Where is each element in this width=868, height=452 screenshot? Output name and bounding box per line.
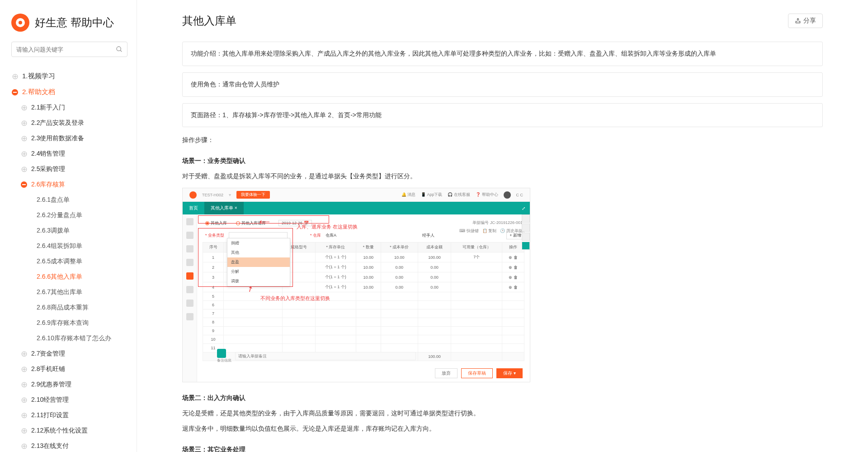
- red-annotation-text: 不同业务的入库类型在这里切换: [260, 295, 330, 302]
- share-button[interactable]: 分享: [788, 14, 823, 28]
- nav-label: 2.13在线支付: [31, 442, 69, 450]
- nav-label: 2.6.2分量盘点单: [37, 211, 82, 219]
- nav-label: 2.8手机旺铺: [31, 365, 65, 373]
- red-annotation-text: 入库、退库业务 在这里切换: [297, 224, 358, 230]
- nav-2-7[interactable]: ⊕2.7资金管理: [11, 346, 127, 362]
- ss-save-button: 保存 ▾: [496, 368, 523, 378]
- ss-dropdown: 捐赠 其他 盘盈 分解 调拨: [227, 238, 290, 286]
- nav-2-5[interactable]: ⊕2.5采购管理: [11, 162, 127, 177]
- ss-topbar: TEST-H002 ▾ 我要体验一下 🔔 消息 📱 App下载 🎧 在线客服 ❓…: [183, 188, 530, 202]
- ss-app: 📱 App下载: [421, 192, 442, 198]
- ss-tab-home: 首页: [183, 202, 204, 214]
- nav-2-3[interactable]: ⊕2.3使用前数据准备: [11, 131, 127, 146]
- search-icon: [116, 46, 123, 53]
- nav-2-10[interactable]: ⊕2.10经营管理: [11, 392, 127, 408]
- minus-icon: [20, 181, 28, 188]
- nav-label: 2.6.3调拨单: [37, 227, 70, 235]
- nav-2-6-6[interactable]: 2.6.6其他入库单: [11, 269, 127, 285]
- nav-video[interactable]: ⊕1.视频学习: [11, 68, 127, 84]
- ss-rightbar: [522, 214, 530, 251]
- ss-expand-icon: ⤢: [522, 206, 530, 211]
- nav-label: 2.6库存核算: [31, 181, 65, 189]
- plus-icon: ⊕: [20, 442, 28, 450]
- role-text: 通常由仓管人员维护: [222, 81, 279, 88]
- plus-icon: ⊕: [20, 366, 28, 373]
- nav-label: 2.10经营管理: [31, 396, 69, 404]
- ss-chevron-icon: ▾: [229, 192, 231, 197]
- ss-logo-icon: [189, 191, 197, 199]
- th-qty: * 数量: [356, 243, 381, 252]
- logo-icon: [11, 14, 29, 32]
- ss-draft-button: 保存草稿: [461, 368, 493, 378]
- nav-2-6-7[interactable]: 2.6.7其他出库单: [11, 285, 127, 300]
- nav-2-6-2[interactable]: 2.6.2分量盘点单: [11, 208, 127, 223]
- ss-toolbar: ⌨ 快捷键 📋 复制 🕒 历史单据: [459, 228, 523, 234]
- nav-2-13[interactable]: ⊕2.13在线支付: [11, 438, 127, 452]
- nav-2-2[interactable]: ⊕2.2产品安装及登录: [11, 115, 127, 131]
- search-input[interactable]: [11, 42, 127, 57]
- nav-label: 2.6.5成本调整单: [37, 257, 82, 266]
- nav-label: 2.11打印设置: [31, 411, 69, 419]
- nav-label: 2.1新手入门: [31, 104, 65, 112]
- nav-2-6-9[interactable]: 2.6.9库存账本查询: [11, 315, 127, 331]
- plus-icon: ⊕: [20, 135, 28, 142]
- nav-help-docs[interactable]: 2.帮助文档: [11, 84, 127, 100]
- ss-handler-label: 经手人: [422, 233, 434, 238]
- nav-2-4[interactable]: ⊕2.4销售管理: [11, 146, 127, 162]
- nav-label: 2.6.1盘点单: [37, 196, 70, 204]
- path-text: 1、库存核算->库存管理->其他入库单 2、首页->常用功能: [222, 111, 382, 119]
- nav-2-1[interactable]: ⊕2.1新手入门: [11, 100, 127, 115]
- nav-2-11[interactable]: ⊕2.11打印设置: [11, 408, 127, 423]
- nav-2-6[interactable]: 2.6库存核算: [11, 177, 127, 192]
- main-content: 其他入库单 分享 功能介绍：其他入库单用来处理除采购入库、产成品入库之外的其他入…: [137, 0, 868, 452]
- ss-note-label: 备注信息: [217, 358, 231, 363]
- th-op: 操作: [502, 243, 524, 252]
- plus-icon: ⊕: [20, 166, 28, 173]
- path-box: 页面路径：1、库存核算->库存管理->其他入库单 2、首页->常用功能: [182, 103, 823, 128]
- nav-label: 2.6.9库存账本查询: [37, 319, 89, 327]
- ss-discard-button: 放弃: [435, 368, 458, 378]
- ss-wh-label: * 仓库: [310, 233, 321, 238]
- ss-side-icon: [186, 232, 193, 239]
- ss-wh-val: 仓库A: [326, 233, 336, 238]
- ss-copy: 📋 复制: [482, 228, 497, 234]
- page-title: 其他入库单: [182, 14, 236, 28]
- scene2-title: 场景二：出入方向确认: [182, 391, 823, 404]
- nav-label: 2.6.8商品成本重算: [37, 304, 89, 312]
- nav-2-6-8[interactable]: 2.6.8商品成本重算: [11, 300, 127, 315]
- th-unit: * 库存单位: [316, 243, 356, 252]
- ss-rb-icon: [522, 224, 530, 232]
- nav-2-6-3[interactable]: 2.6.3调拨单: [11, 223, 127, 238]
- ss-trial-button: 我要体验一下: [236, 191, 270, 199]
- scene3-title: 场景三：其它业务处理: [182, 443, 823, 452]
- nav-label: 2.6.6其他入库单: [37, 273, 82, 281]
- nav-2-6-10[interactable]: 2.6.10库存账本错了怎么办: [11, 331, 127, 346]
- nav-2-12[interactable]: ⊕2.12系统个性化设置: [11, 423, 127, 438]
- ss-side-icon: [186, 259, 193, 266]
- ss-side-icon: [186, 300, 193, 307]
- ss-side-icon: [186, 218, 193, 225]
- role-label: 使用角色：: [191, 81, 222, 88]
- nav-2-6-5[interactable]: 2.6.5成本调整单: [11, 254, 127, 269]
- minus-icon: [11, 89, 19, 96]
- nav-2-8[interactable]: ⊕2.8手机旺铺: [11, 362, 127, 377]
- plus-icon: ⊕: [20, 396, 28, 404]
- plus-icon: ⊕: [20, 412, 28, 419]
- th-price: * 成本单价: [381, 243, 418, 252]
- nav-2-9[interactable]: ⊕2.9优惠券管理: [11, 377, 127, 392]
- ss-dd-opt: 捐赠: [227, 238, 290, 248]
- table-row: 5: [203, 292, 524, 301]
- nav-2-6-1[interactable]: 2.6.1盘点单: [11, 192, 127, 208]
- ss-tab-doc: 其他入库单 ×: [204, 202, 244, 214]
- ss-help: ❓ 帮助中心: [476, 192, 498, 198]
- share-icon: [795, 18, 801, 24]
- ss-dd-opt: 调拨: [227, 276, 290, 286]
- search-box: [11, 42, 127, 57]
- intro-box: 功能介绍：其他入库单用来处理除采购入库、产成品入库之外的其他入库业务，因此其他入…: [182, 42, 823, 66]
- nav-label: 2.4销售管理: [31, 150, 65, 158]
- nav-label: 2.6.4组装拆卸单: [37, 242, 82, 250]
- page-header: 其他入库单 分享: [182, 14, 823, 28]
- nav-2-6-4[interactable]: 2.6.4组装拆卸单: [11, 238, 127, 254]
- plus-icon: ⊕: [20, 350, 28, 357]
- ss-account: TEST-H002: [202, 193, 223, 197]
